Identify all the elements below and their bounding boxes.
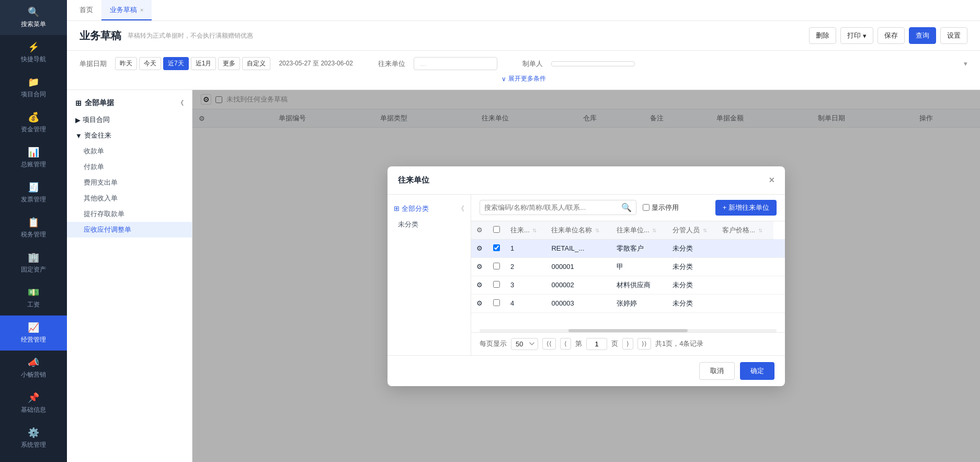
row-code: 000002 (546, 276, 611, 294)
row-price (773, 276, 785, 294)
row-category: 未分类 (667, 276, 717, 294)
page-first-btn[interactable]: ⟨⟨ (542, 338, 556, 350)
row-price (773, 294, 785, 312)
sidebar-item-ops[interactable]: 📈 经营管理 (0, 315, 67, 351)
row-category: 未分类 (667, 239, 717, 257)
marketing-icon: 📣 (28, 357, 39, 368)
sidebar-item-salary[interactable]: 💵 工资 (0, 280, 67, 315)
partner-modal: 往来单位 × ⊞ 全部分类 《 未分 (388, 166, 785, 386)
row-manager (717, 239, 773, 257)
date-btns: 昨天 今天 近7天 近1月 更多 自定义 (115, 57, 270, 70)
expand-arrow-icon: ∨ (502, 75, 506, 83)
modal-header: 往来单位 × (388, 166, 785, 195)
modal-sidebar-unclassified[interactable]: 未分类 (388, 217, 471, 232)
main-area: ⚙ 未找到任何业务草稿 ⚙ 单据编号 单据类型 往来单位 仓库 备注 (192, 90, 980, 462)
row-check[interactable] (488, 276, 505, 294)
page-number-input[interactable] (586, 338, 607, 350)
partner-search-box[interactable]: 🔍 (480, 200, 636, 215)
table-row[interactable]: ⚙ 1 RETAIL_... 零散客户 未分类 (471, 239, 785, 257)
date-btn-today[interactable]: 今天 (139, 57, 161, 70)
modal-sidebar-grid-icon: ⊞ (394, 205, 400, 212)
print-button[interactable]: 打印 ▾ (840, 27, 873, 44)
sidebar-item-tax[interactable]: 📋 税务管理 (0, 210, 67, 245)
nav-item-expense[interactable]: 费用支出单 (67, 175, 192, 190)
row-check[interactable] (488, 239, 505, 257)
th-name: 往来单位名称 ⇅ (546, 221, 611, 240)
settings-button[interactable]: 设置 (940, 27, 967, 44)
row-settings: ⚙ (471, 239, 488, 257)
partner-search-input[interactable] (484, 204, 618, 211)
cancel-btn[interactable]: 取消 (699, 362, 735, 380)
show-disabled-checkbox[interactable] (643, 204, 649, 211)
th-manager: 分管人员 ⇅ (667, 221, 717, 240)
scrollbar-thumb[interactable] (568, 329, 687, 332)
nav-group-finance[interactable]: ▼ 资金往来 (67, 128, 192, 143)
nav-group-label-project: 项目合同 (83, 115, 110, 125)
row-price (773, 239, 785, 257)
save-button[interactable]: 保存 (878, 27, 905, 44)
partner-select[interactable]: ... (414, 57, 497, 70)
nav-item-bank[interactable]: 提行存取款单 (67, 206, 192, 222)
add-partner-btn[interactable]: + 新增往来单位 (715, 200, 777, 216)
table-row[interactable]: ⚙ 4 000003 张婷婷 未分类 (471, 294, 785, 312)
show-disabled-checkbox-label[interactable]: 显示停用 (643, 203, 679, 212)
sidebar-item-finance[interactable]: 💰 资金管理 (0, 105, 67, 140)
row-check[interactable] (488, 257, 505, 276)
row-check[interactable] (488, 294, 505, 312)
tab-draft[interactable]: 业务草稿 × (101, 0, 152, 20)
nav-item-adjust[interactable]: 应收应付调整单 (67, 222, 192, 238)
per-page-select[interactable]: 50 100 200 (511, 338, 538, 350)
modal-close-btn[interactable]: × (769, 175, 774, 186)
content-area: ⊞ 全部单据 《 ▶ 项目合同 ▼ 资金往来 收款单 付款单 费用支出单 其他收… (67, 90, 980, 462)
page-prev-btn[interactable]: ⟨ (560, 338, 571, 350)
confirm-btn[interactable]: 确定 (740, 362, 774, 380)
sidebar-item-asset[interactable]: 🏢 固定资产 (0, 245, 67, 280)
nav-group-arrow-project: ▶ (75, 116, 81, 124)
per-page-label: 每页显示 (480, 339, 507, 348)
sidebar-item-guide[interactable]: 🎯 新手引导 (0, 456, 67, 462)
modal-sidebar: ⊞ 全部分类 《 未分类 (388, 195, 471, 355)
nav-item-payment[interactable]: 付款单 (67, 159, 192, 175)
sidebar-item-search[interactable]: 🔍 搜索菜单 (0, 0, 67, 35)
query-button[interactable]: 查询 (909, 27, 936, 44)
sidebar-item-accounts[interactable]: 📊 总账管理 (0, 140, 67, 175)
sidebar-item-sysadmin[interactable]: ⚙️ 系统管理 (0, 421, 67, 456)
sidebar-label-marketing: 小畅营销 (21, 370, 46, 379)
table-row[interactable]: ⚙ 3 000002 材料供应商 未分类 (471, 276, 785, 294)
panel-collapse-icon[interactable]: 《 (177, 99, 184, 108)
panel-header[interactable]: ⊞ 全部单据 《 (67, 94, 192, 112)
filter-expand-btn[interactable]: ∨ 展开更多条件 (502, 74, 546, 83)
search-icon: 🔍 (621, 202, 632, 212)
sidebar-item-invoice[interactable]: 🧾 发票管理 (0, 175, 67, 210)
nav-item-receipt[interactable]: 收款单 (67, 143, 192, 159)
sidebar-item-basic[interactable]: 📌 基础信息 (0, 386, 67, 421)
sidebar-item-marketing[interactable]: 📣 小畅营销 (0, 351, 67, 386)
nav-item-other-income[interactable]: 其他收入单 (67, 190, 192, 206)
tab-draft-close[interactable]: × (140, 7, 143, 13)
search-icon: 🔍 (28, 6, 39, 18)
print-arrow-icon: ▾ (863, 32, 867, 40)
table-row[interactable]: ⚙ 2 000001 甲 未分类 (471, 257, 785, 276)
tab-home[interactable]: 首页 (71, 0, 101, 20)
horizontal-scrollbar[interactable] (480, 329, 777, 332)
date-btn-1month[interactable]: 近1月 (191, 57, 216, 70)
delete-button[interactable]: 删除 (809, 27, 836, 44)
sidebar-item-project[interactable]: 📁 项目合同 (0, 70, 67, 105)
sidebar-item-quicknav[interactable]: ⚡ 快捷导航 (0, 35, 67, 70)
date-btn-yesterday[interactable]: 昨天 (115, 57, 137, 70)
row-settings: ⚙ (471, 276, 488, 294)
page-last-btn[interactable]: ⟩⟩ (637, 338, 651, 350)
sidebar-label-tax: 税务管理 (21, 230, 46, 239)
modal-sidebar-all[interactable]: ⊞ 全部分类 《 (388, 201, 471, 217)
row-manager (717, 257, 773, 276)
nav-group-project[interactable]: ▶ 项目合同 (67, 112, 192, 128)
date-btn-more[interactable]: 更多 (218, 57, 240, 70)
date-btn-7days[interactable]: 近7天 (163, 57, 189, 70)
modal-sidebar-collapse-icon[interactable]: 《 (458, 204, 464, 213)
th-select-all[interactable] (493, 226, 500, 233)
date-btn-custom[interactable]: 自定义 (242, 57, 270, 70)
page-next-btn[interactable]: ⟩ (622, 338, 633, 350)
sidebar-label-accounts: 总账管理 (21, 160, 46, 169)
project-icon: 📁 (28, 76, 39, 88)
creator-select[interactable] (551, 61, 635, 66)
